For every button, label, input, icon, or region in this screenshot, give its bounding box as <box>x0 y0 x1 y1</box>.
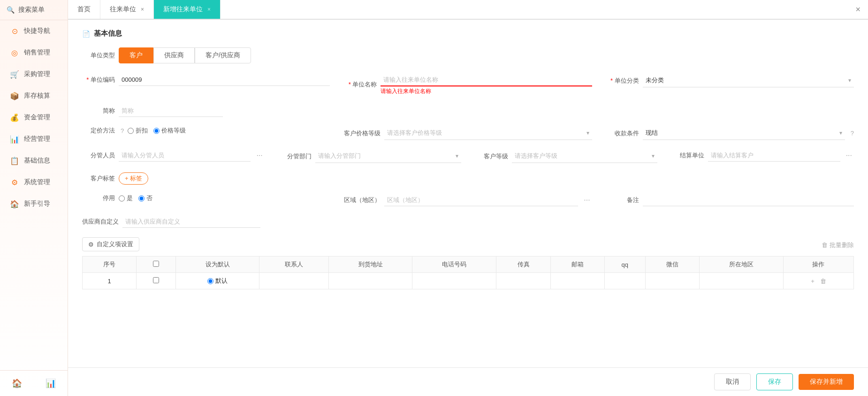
unit-code-input[interactable] <box>119 74 330 86</box>
purchase-icon: 🛒 <box>10 70 19 79</box>
type-btn-supplier[interactable]: 供应商 <box>153 47 195 63</box>
home-icon: 🏠 <box>12 378 22 388</box>
row-add-btn[interactable]: + <box>811 278 815 285</box>
manager-more-btn[interactable]: ··· <box>254 151 264 160</box>
sidebar-bottom-home[interactable]: 🏠 <box>0 374 34 392</box>
disabled-radio-group: 是 否 <box>119 194 152 202</box>
tab-partner-list-close[interactable]: × <box>141 6 144 13</box>
row-supplier-custom: 供应商自定义 <box>82 216 854 228</box>
customer-price-level-chevron: ▾ <box>586 130 589 136</box>
sidebar-item-finance[interactable]: 💰 资金管理 <box>0 107 68 128</box>
search-icon: 🔍 <box>7 6 15 14</box>
manager-input[interactable] <box>119 149 251 162</box>
sidebar: 🔍 搜索菜单 ⊙ 快捷导航 ◎ 销售管理 🛒 采购管理 📦 库存核算 💰 资金管… <box>0 0 68 396</box>
col-action: 操作 <box>783 256 853 273</box>
disabled-no-radio[interactable] <box>138 195 145 202</box>
tab-bar: 首页 往来单位 × 新增往来单位 × × <box>68 0 868 20</box>
row-phone <box>412 273 496 289</box>
col-phone: 电话号码 <box>412 256 496 273</box>
customer-level-label: 客户等级 <box>475 152 508 161</box>
window-close-button[interactable]: × <box>848 5 868 15</box>
save-button[interactable]: 保存 <box>756 373 793 390</box>
guide-icon: 🏠 <box>10 199 19 209</box>
type-btn-customer[interactable]: 客户 <box>119 47 153 63</box>
unit-name-error: 请输入往来单位名称 <box>381 87 592 95</box>
pricing-question-icon[interactable]: ? <box>121 127 124 134</box>
disabled-no[interactable]: 否 <box>138 194 152 202</box>
remark-input[interactable] <box>643 194 854 206</box>
tab-new-partner-close[interactable]: × <box>207 6 211 13</box>
sidebar-search[interactable]: 🔍 搜索菜单 <box>0 0 68 20</box>
payment-terms-field: 收款条件 现结 ▾ ? <box>606 126 854 140</box>
add-tag-button[interactable]: + 标签 <box>119 172 148 185</box>
sidebar-item-guide[interactable]: 🏠 新手引导 <box>0 193 68 215</box>
table-row: 1 默认 <box>83 273 854 289</box>
col-check <box>137 256 175 273</box>
unit-category-value: 未分类 <box>646 76 664 85</box>
abbr-input[interactable] <box>119 105 223 117</box>
tab-home-label: 首页 <box>77 5 91 14</box>
type-btn-both[interactable]: 客户/供应商 <box>195 47 251 63</box>
sidebar-item-label: 系统管理 <box>24 178 50 186</box>
payment-terms-select[interactable]: 现结 ▾ <box>643 126 845 140</box>
save-new-button[interactable]: 保存并新增 <box>799 374 854 390</box>
disabled-yes-radio[interactable] <box>119 195 125 202</box>
pricing-radio-group: 折扣 价格等级 <box>128 126 186 135</box>
unit-category-select[interactable]: 未分类 ▾ <box>643 74 854 87</box>
pricing-level-radio[interactable] <box>153 128 160 134</box>
sidebar-item-quick-nav[interactable]: ⊙ 快捷导航 <box>0 20 68 42</box>
settlement-more-btn[interactable]: ··· <box>844 151 854 160</box>
settlement-unit-input[interactable] <box>708 149 840 162</box>
row-check <box>137 273 175 289</box>
dept-select[interactable]: 请输入分管部门 ▾ <box>315 149 461 163</box>
payment-question-icon[interactable]: ? <box>851 130 854 137</box>
region-input[interactable] <box>384 194 578 206</box>
sidebar-search-label: 搜索菜单 <box>18 6 45 14</box>
sidebar-item-operations[interactable]: 📊 经营管理 <box>0 128 68 150</box>
sidebar-item-label: 库存核算 <box>24 92 50 100</box>
row-delete-btn[interactable]: 🗑 <box>820 278 826 285</box>
settings-icon: ⚙ <box>88 241 94 248</box>
abbr-label: 简称 <box>82 107 115 115</box>
cancel-button[interactable]: 取消 <box>714 373 751 390</box>
sidebar-item-system[interactable]: ⚙ 系统管理 <box>0 171 68 193</box>
unit-name-input[interactable] <box>381 74 592 86</box>
region-more-btn[interactable]: ··· <box>582 196 592 204</box>
sidebar-item-label: 资金管理 <box>24 113 50 122</box>
tab-new-partner[interactable]: 新增往来单位 × <box>154 0 221 19</box>
sidebar-bottom-stats[interactable]: 📊 <box>34 374 68 392</box>
customer-price-level-select[interactable]: 请选择客户价格等级 ▾ <box>384 126 592 140</box>
batch-delete-btn[interactable]: 🗑 批量删除 <box>822 241 854 249</box>
sidebar-item-purchase[interactable]: 🛒 采购管理 <box>0 63 68 85</box>
tab-home[interactable]: 首页 <box>68 0 100 19</box>
row-contact <box>259 273 328 289</box>
row-region <box>699 273 783 289</box>
row-manager: 分管人员 ··· 分管部门 请输入分管部门 ▾ 客户等级 请选择客户等级 ▾ 结… <box>82 149 854 163</box>
customer-level-select[interactable]: 请选择客户等级 ▾ <box>512 149 658 163</box>
stats-icon: 📊 <box>46 378 56 388</box>
sidebar-item-label: 基础信息 <box>24 156 50 165</box>
inventory-icon: 📦 <box>10 91 19 101</box>
basic-icon: 📋 <box>10 156 19 165</box>
dept-chevron: ▾ <box>456 153 458 159</box>
remark-label: 备注 <box>606 196 639 204</box>
system-icon: ⚙ <box>10 178 19 187</box>
tab-partner-list[interactable]: 往来单位 × <box>100 0 154 19</box>
pricing-discount[interactable]: 折扣 <box>128 126 148 135</box>
pricing-discount-radio[interactable] <box>128 128 134 134</box>
unit-name-field: 单位名称 请输入往来单位名称 <box>344 74 592 95</box>
supplier-custom-input[interactable] <box>122 216 260 228</box>
disabled-yes[interactable]: 是 <box>119 194 133 202</box>
sidebar-item-basic[interactable]: 📋 基础信息 <box>0 150 68 171</box>
row-checkbox[interactable] <box>153 277 159 283</box>
select-all-checkbox[interactable] <box>153 261 159 267</box>
pricing-level[interactable]: 价格等级 <box>153 126 186 135</box>
dept-label: 分管部门 <box>279 152 312 161</box>
region-label: 区域（地区） <box>344 196 381 204</box>
row-code-name-cat: 单位编码 单位名称 请输入往来单位名称 单位分类 未分类 ▾ <box>82 74 854 95</box>
row-default-radio[interactable] <box>207 278 213 284</box>
sidebar-item-sales[interactable]: ◎ 销售管理 <box>0 42 68 63</box>
sidebar-item-inventory[interactable]: 📦 库存核算 <box>0 85 68 107</box>
custom-settings-button[interactable]: ⚙ 自定义项设置 <box>82 237 139 251</box>
row-default: 默认 <box>175 273 259 289</box>
